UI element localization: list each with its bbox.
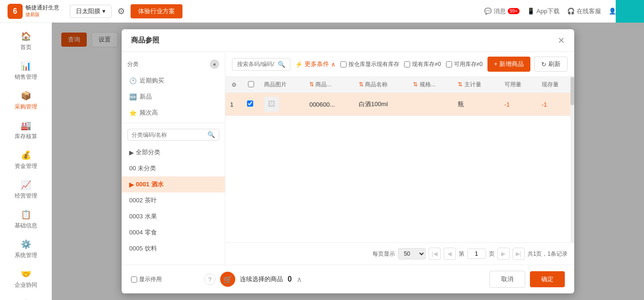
sidebar-item-collab[interactable]: 🤝 企业协同	[0, 264, 51, 294]
purchase-icon: 📦	[21, 91, 31, 101]
checkbox-stock-nonzero[interactable]: 现有库存≠0	[404, 60, 441, 68]
collapse-button[interactable]: «	[210, 59, 219, 69]
chevron-up-icon: ∧	[331, 61, 336, 68]
top-navigation: 6 畅捷通好生意 捷易版 日太阳膜 ▾ ⚙ 体验行业方案 💬 消息 99+ 📱 …	[0, 0, 644, 23]
help-icon-btn[interactable]: ?	[204, 274, 215, 285]
new-items-item[interactable]: 🆕 新品	[122, 89, 225, 105]
th-spec[interactable]: ⇅ 规格...	[408, 77, 453, 93]
dialog-header: 商品参照 ✕	[122, 29, 574, 52]
messages-btn[interactable]: 💬 消息 99+	[484, 7, 520, 16]
user-icon: 👤	[609, 8, 616, 15]
row-stock: -1	[537, 93, 574, 116]
row-select-checkbox[interactable]	[247, 100, 253, 107]
toolbar: 🔍 ⚡ 更多条件 ∧ 按仓库显示现有库存	[225, 52, 574, 77]
divider	[122, 123, 225, 123]
scrollbar-track[interactable]	[570, 77, 574, 242]
confirm-button[interactable]: 确定	[530, 271, 565, 287]
show-disabled-checkbox[interactable]	[131, 276, 137, 283]
th-code[interactable]: ⇅ 商品...	[305, 77, 354, 93]
recent-purchase-item[interactable]: 🕐 近期购买	[122, 73, 225, 89]
filter-button[interactable]: ⚡ 更多条件 ∧	[295, 60, 336, 68]
checkbox-by-warehouse-input[interactable]	[340, 61, 347, 67]
sidebar-item-operations[interactable]: 📈 经营管理	[0, 175, 51, 205]
footer-left: 显示停用	[131, 275, 162, 283]
row-name: 白酒100ml	[354, 93, 408, 116]
sidebar-item-finance[interactable]: 💰 资金管理	[0, 145, 51, 175]
next-page-btn[interactable]: ▶	[497, 248, 510, 260]
category-search-icon[interactable]: 🔍	[207, 131, 215, 138]
sidebar-item-basics[interactable]: 📋 基础信息	[0, 205, 51, 234]
sidebar: 🏠 首页 📊 销售管理 📦 采购管理 🏭 库存核算 💰 资金管理 📈 经营管理 …	[0, 23, 52, 300]
sidebar-item-sales[interactable]: 📊 销售管理	[0, 56, 51, 86]
sales-icon: 📊	[21, 61, 31, 71]
th-name[interactable]: ⇅ 商品名称	[354, 77, 408, 93]
frequent-item[interactable]: ⭐ 频次高	[122, 105, 225, 121]
category-item-00[interactable]: 00 未分类	[122, 160, 225, 176]
expand-button[interactable]: ∧	[297, 275, 302, 284]
add-product-button[interactable]: + 新增商品	[487, 57, 530, 72]
dialog-close-button[interactable]: ✕	[558, 36, 565, 45]
search-icon[interactable]: 🔍	[278, 61, 285, 68]
sidebar-item-home[interactable]: 🏠 首页	[0, 26, 51, 56]
first-page-btn[interactable]: |◀	[429, 248, 441, 260]
product-search-input[interactable]	[237, 61, 275, 67]
checkbox-stock-nonzero-input[interactable]	[404, 61, 410, 67]
dialog-title: 商品参照	[131, 36, 159, 45]
operations-icon: 📈	[21, 180, 31, 190]
continuous-label: 连续选择的商品	[240, 275, 283, 283]
product-table: ⚙ 商品图片 ⇅ 商品...	[225, 77, 574, 116]
sidebar-item-purchase[interactable]: 📦 采购管理	[0, 86, 51, 116]
show-disabled-label[interactable]: 显示停用	[131, 275, 162, 283]
category-search-box[interactable]: 🔍	[127, 129, 219, 141]
table-row[interactable]: 1 🖼	[225, 93, 574, 116]
th-settings[interactable]: ⚙	[225, 77, 242, 93]
th-unit[interactable]: ⇅ 主计量	[453, 77, 499, 93]
category-search-input[interactable]	[132, 132, 205, 138]
message-icon: 💬	[484, 8, 492, 15]
sidebar-item-guide[interactable]: 🎓 新手引导	[0, 294, 51, 300]
refresh-icon: ↻	[541, 61, 546, 68]
cta-button[interactable]: 体验行业方案	[131, 4, 182, 18]
app-download-btn[interactable]: 📱 App下载	[527, 7, 560, 16]
sort-arrows-unit: ⇅	[458, 81, 462, 88]
scrollbar-thumb[interactable]	[570, 77, 574, 105]
row-available: -1	[500, 93, 537, 116]
product-thumbnail: 🖼	[264, 97, 279, 112]
refresh-button[interactable]: ↻ 刷新	[534, 57, 568, 72]
app-sub: 捷易版	[25, 11, 59, 18]
finance-icon: 💰	[21, 150, 31, 160]
last-page-btn[interactable]: ▶|	[512, 248, 525, 260]
sidebar-item-system[interactable]: ⚙️ 系统管理	[0, 234, 51, 264]
category-item-0001[interactable]: ▶ 0001 酒水	[122, 176, 225, 192]
category-all[interactable]: ▶ 全部分类	[122, 144, 225, 160]
chevron-down-icon: ▾	[102, 8, 106, 15]
settings-icon[interactable]: ⚙	[117, 6, 125, 17]
dialog-overlay: 商品参照 ✕ 分类 « 🕐 近期购买	[52, 23, 644, 300]
checkbox-available-nonzero-input[interactable]	[446, 61, 452, 67]
online-support-btn[interactable]: 🎧 在线客服	[567, 7, 601, 16]
checkbox-available-nonzero[interactable]: 可用库存≠0	[446, 60, 483, 68]
dialog-footer: 显示停用 ? 🛒 连续选择的商品 0 ∧ 取消 确定	[122, 265, 574, 293]
row-image: 🖼	[259, 93, 305, 116]
category-item-0008[interactable]: 0008 水	[122, 257, 225, 261]
product-search-box[interactable]: 🔍	[232, 58, 290, 71]
row-checkbox[interactable]	[242, 93, 259, 116]
sidebar-item-inventory[interactable]: 🏭 库存核算	[0, 116, 51, 145]
right-panel: 🔍 ⚡ 更多条件 ∧ 按仓库显示现有库存	[225, 52, 574, 265]
category-item-0005[interactable]: 0005 饮料	[122, 241, 225, 257]
pagination: 每页显示 50 100 200 |◀ ◀ 第 页 ▶	[225, 242, 574, 265]
category-item-0002[interactable]: 0002 茶叶	[122, 192, 225, 208]
per-page-select[interactable]: 50 100 200	[398, 248, 426, 259]
sort-arrows-code: ⇅	[309, 81, 314, 88]
prev-page-btn[interactable]: ◀	[444, 248, 456, 260]
warehouse-dropdown[interactable]: 日太阳膜 ▾	[70, 5, 112, 18]
category-item-0003[interactable]: 0003 水果	[122, 208, 225, 225]
page-number-input[interactable]	[467, 249, 486, 259]
cancel-button[interactable]: 取消	[489, 271, 525, 288]
select-all-checkbox[interactable]	[248, 81, 254, 87]
th-checkbox[interactable]	[242, 77, 259, 93]
main-content: 查询 设置 刷新 商品参照 ✕ 分类 «	[52, 23, 644, 300]
cart-button[interactable]: 🛒	[220, 272, 235, 287]
checkbox-by-warehouse[interactable]: 按仓库显示现有库存	[340, 60, 399, 68]
category-item-0004[interactable]: 0004 零食	[122, 225, 225, 241]
